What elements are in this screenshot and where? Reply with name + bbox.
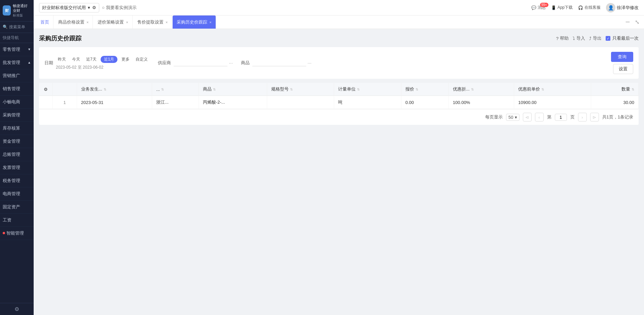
only-last-check[interactable]: ✓ 只看最后一次 <box>606 35 639 41</box>
current-page-input[interactable] <box>555 114 567 121</box>
sidebar-bottom: ⚙ <box>0 303 34 315</box>
row-date: 2023-05-31 <box>77 96 152 109</box>
col-unit[interactable]: 计量单位 ⇅ <box>334 83 401 96</box>
sidebar-item-assets[interactable]: 固定资产 <box>0 201 34 214</box>
next-page-btn[interactable]: › <box>578 113 587 121</box>
tab-purchase-strategy[interactable]: 进价策略设置 × <box>94 15 132 29</box>
row-quantity: 30.00 <box>591 96 638 109</box>
app-edition: 标准版 <box>13 13 31 18</box>
date-more[interactable]: 更多 <box>119 56 132 63</box>
user-info[interactable]: 👤 徐泽华修改 <box>606 3 639 12</box>
tab-sale-price[interactable]: 售价提取设置 × <box>133 15 172 29</box>
search-menu[interactable]: 🔍 搜索菜单 <box>0 22 34 33</box>
supplier-input[interactable] <box>174 60 227 66</box>
date-yesterday[interactable]: 昨天 <box>56 56 68 63</box>
tab-home[interactable]: 首页 <box>36 15 53 29</box>
edition-selector[interactable]: 好业财标准版交付试用 ▾ ⚙ <box>39 3 99 12</box>
app-download-btn[interactable]: 📱 App下载 <box>551 5 573 10</box>
import-btn[interactable]: ⤵ 导入 <box>573 35 585 41</box>
date-custom[interactable]: 自定义 <box>134 56 150 63</box>
supplier-dots[interactable]: ··· <box>229 60 233 66</box>
col-quantity[interactable]: 数量 ⇅ <box>591 83 638 96</box>
help-btn[interactable]: ? 帮助 <box>556 35 569 41</box>
last-page-btn[interactable]: ⊳ <box>590 113 599 121</box>
sidebar-item-sales[interactable]: 销售管理 <box>0 82 34 96</box>
sort-spec-icon: ⇅ <box>290 88 293 91</box>
date-shortcuts: 昨天 今天 近7天 近1月 更多 自定义 <box>56 56 150 63</box>
sidebar-item-wholesale[interactable]: 批发管理 ▲ <box>0 56 34 69</box>
page-header: 采购历史价跟踪 ? 帮助 ⤵ 导入 ⤴ 导出 ✓ 只看最后一次 <box>39 34 639 42</box>
tab-close-sale[interactable]: × <box>166 20 168 24</box>
sidebar-item-retail[interactable]: 零售管理 ▼ <box>0 43 34 56</box>
demo-link[interactable]: ○ 我要看实例演示 <box>102 5 137 11</box>
settings-gear-icon[interactable]: ⚙ <box>92 5 96 10</box>
supplier-filter-group: 供应商 ··· <box>158 60 233 66</box>
sidebar-item-purchase[interactable]: 采购管理 <box>0 109 34 122</box>
message-btn[interactable]: 💬 消息 99+ <box>531 5 546 10</box>
sidebar: 财 畅捷通好业财 标准版 🔍 搜索菜单 快捷导航 零售管理 ▼ 批发管理 ▲ 营… <box>0 0 34 315</box>
online-service-btn[interactable]: 🎧 在线客服 <box>578 5 601 10</box>
sidebar-item-finance[interactable]: 资金管理 <box>0 135 34 148</box>
col-discount[interactable]: 优惠折... ⇅ <box>449 83 514 96</box>
edition-label: 好业财标准版交付试用 <box>42 5 86 11</box>
sort-goods-icon: ⇅ <box>213 88 216 91</box>
filter-bar: 日期 昨天 今天 近7天 近1月 更多 自定义 2023-05-02 至 202… <box>39 47 639 79</box>
tabbar: 首页 商品价格设置 × 进价策略设置 × 售价提取设置 × 采购历史价跟踪 × … <box>34 15 644 29</box>
col-num <box>52 83 77 96</box>
minimize-icon[interactable]: ─ <box>624 18 632 26</box>
date-7days[interactable]: 近7天 <box>84 56 99 63</box>
supplier-label: 供应商 <box>158 60 171 66</box>
sidebar-item-invoice[interactable]: 发票管理 <box>0 161 34 174</box>
sidebar-item-smart[interactable]: 智能管理 <box>0 227 34 240</box>
row-orig-price: 10900.00 <box>514 96 591 109</box>
sidebar-item-marketing[interactable]: 营销推广 <box>0 69 34 82</box>
sidebar-item-salary[interactable]: 工资 <box>0 214 34 227</box>
import-icon: ⤵ <box>573 36 575 41</box>
col-dots[interactable]: ... ⇅ <box>152 83 199 96</box>
col-spec[interactable]: 规格型号 ⇅ <box>267 83 334 96</box>
prev-page-btn[interactable]: ‹ <box>535 113 544 121</box>
supplier-input-wrap: ··· <box>174 60 233 66</box>
message-icon: 💬 <box>531 5 536 10</box>
sidebar-item-ecommerce[interactable]: 电商管理 <box>0 187 34 201</box>
sort-discount-icon: ⇅ <box>471 88 474 91</box>
topbar-right: 💬 消息 99+ 📱 App下载 🎧 在线客服 👤 徐泽华修改 <box>531 3 639 12</box>
first-page-btn[interactable]: ⊲ <box>523 113 532 121</box>
row-price: 0.00 <box>401 96 449 109</box>
tab-close-strategy[interactable]: × <box>126 20 128 24</box>
settings-icon[interactable]: ⚙ <box>14 306 19 312</box>
sidebar-item-inventory[interactable]: 库存核算 <box>0 122 34 135</box>
tab-close-price[interactable]: × <box>86 20 88 24</box>
export-btn[interactable]: ⤴ 导出 <box>589 35 602 41</box>
maximize-icon[interactable]: ⤡ <box>633 18 641 26</box>
settings-button[interactable]: 设置 <box>613 64 633 74</box>
row-supplier: 浙江... <box>152 96 199 109</box>
date-1month[interactable]: 近1月 <box>101 56 118 63</box>
col-price[interactable]: 报价 ⇅ <box>401 83 449 96</box>
row-goods: 丙烯酸-2-... <box>199 96 267 109</box>
table-row: 1 2023-05-31 浙江... 丙烯酸-2-... 吨 0.00 100.… <box>39 96 639 109</box>
goods-label: 商品 <box>241 60 250 66</box>
query-button[interactable]: 查询 <box>611 52 633 62</box>
sidebar-item-tax[interactable]: 税务管理 <box>0 174 34 187</box>
col-goods[interactable]: 商品 ⇅ <box>199 83 267 96</box>
goods-dots[interactable]: ··· <box>308 60 312 66</box>
search-icon: 🔍 <box>3 25 8 29</box>
tab-price-settings[interactable]: 商品价格设置 × <box>54 15 93 29</box>
main-area: 好业财标准版交付试用 ▾ ⚙ ○ 我要看实例演示 💬 消息 99+ 📱 App下… <box>34 0 644 315</box>
col-date[interactable]: 业务发生... ⇅ <box>77 83 152 96</box>
col-orig-price[interactable]: 优惠前单价 ⇅ <box>514 83 591 96</box>
tab-close-history[interactable]: × <box>209 20 211 24</box>
quick-nav[interactable]: 快捷导航 <box>0 33 34 43</box>
help-icon: ? <box>556 36 559 41</box>
gear-icon[interactable]: ⚙ <box>44 87 48 92</box>
sidebar-item-ecom[interactable]: 小畅电商 <box>0 96 34 109</box>
sidebar-item-ledger[interactable]: 总账管理 <box>0 148 34 161</box>
page-label-pre: 第 <box>547 114 551 120</box>
row-unit: 吨 <box>334 96 401 109</box>
per-page-select[interactable]: 50 ▾ <box>506 114 519 121</box>
date-today[interactable]: 今天 <box>70 56 82 63</box>
goods-input[interactable] <box>252 60 306 66</box>
tab-purchase-history[interactable]: 采购历史价跟踪 × <box>173 15 216 29</box>
checkbox-only-last[interactable]: ✓ <box>606 36 610 41</box>
